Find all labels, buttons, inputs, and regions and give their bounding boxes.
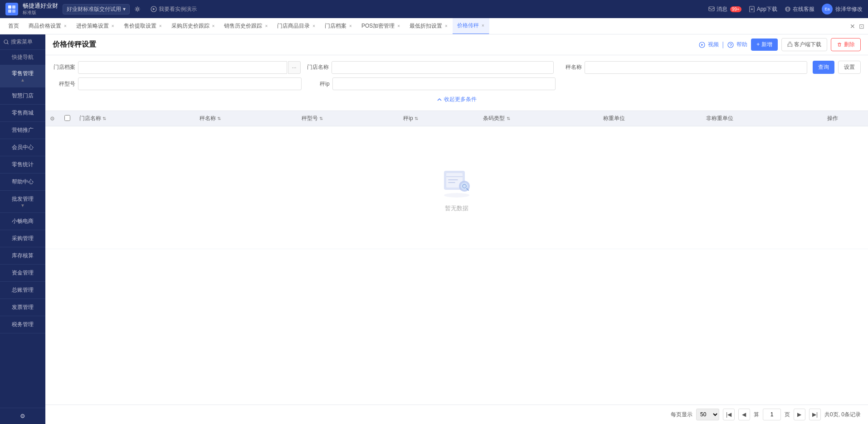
tab-sales-history[interactable]: 销售历史价跟踪 × <box>219 18 273 34</box>
close-icon[interactable]: × <box>397 24 400 29</box>
sidebar-settings-btn[interactable]: ⚙ <box>0 408 45 424</box>
sidebar-quick-nav[interactable]: 快捷导航 <box>0 50 45 65</box>
close-tab-icon[interactable]: ✕ <box>850 23 855 30</box>
select-all-checkbox[interactable] <box>64 115 70 121</box>
footer-bar: 每页显示 10 20 50 100 |◀ ◀ 算 页 ▶ ▶| 共0页, 0条记… <box>45 405 868 424</box>
tab-bar-controls: ✕ ⊡ <box>850 23 864 30</box>
last-page-btn[interactable]: ▶| <box>809 409 821 420</box>
app-download-button[interactable]: App下载 <box>749 5 777 13</box>
per-page-select[interactable]: 10 20 50 100 <box>696 409 719 420</box>
svg-point-9 <box>4 40 8 43</box>
gear-icon: ⚙ <box>20 413 25 419</box>
sort-icon[interactable]: ⇅ <box>102 116 106 121</box>
top-header: 畅捷通好业财 标准版 好业财标准版交付试用 ▾ 我要看实例演示 <box>0 0 868 18</box>
tab-home[interactable]: 首页 <box>4 18 24 34</box>
tab-min-discount[interactable]: 最低折扣设置 × <box>405 18 453 34</box>
demo-button[interactable]: 我要看实例演示 <box>151 5 197 13</box>
settings-form-button[interactable]: 设置 <box>838 61 861 74</box>
close-icon[interactable]: × <box>312 24 315 29</box>
sidebar-item-marketing[interactable]: 营销推广 <box>0 122 45 139</box>
version-selector[interactable]: 好业财标准版交付试用 ▾ <box>63 4 130 14</box>
tab-pos-encryption[interactable]: POS加密管理 × <box>357 18 405 34</box>
first-page-btn[interactable]: |◀ <box>723 409 735 420</box>
tab-purchase-history[interactable]: 采购历史价跟踪 × <box>167 18 220 34</box>
store-name-input[interactable] <box>332 61 554 74</box>
tab-sale-price[interactable]: 售价提取设置 × <box>119 18 167 34</box>
scale-model-input[interactable] <box>78 77 302 90</box>
chevron-up-icon: ▲ <box>20 77 25 82</box>
close-icon[interactable]: × <box>482 23 484 28</box>
scale-model-label: 秤型号 <box>53 80 75 88</box>
th-store-name: 门店名称 ⇅ <box>75 111 195 126</box>
close-icon[interactable]: × <box>112 24 114 29</box>
scale-ip-input[interactable] <box>332 77 556 90</box>
video-link[interactable]: 视频 <box>708 41 719 48</box>
data-table: ⚙ 门店名称 ⇅ 秤名称 ⇅ <box>45 111 868 249</box>
close-icon[interactable]: × <box>212 24 215 29</box>
tab-purchase-strategy[interactable]: 进价策略设置 × <box>72 18 119 34</box>
tab-store-profile[interactable]: 门店档案 × <box>320 18 357 34</box>
close-icon[interactable]: × <box>159 24 162 29</box>
sort-icon[interactable]: ⇅ <box>319 116 323 121</box>
page-label: 算 <box>754 411 759 419</box>
sort-icon[interactable]: ⇅ <box>217 116 221 121</box>
th-settings: ⚙ <box>45 111 60 126</box>
sort-icon[interactable]: ⇅ <box>507 116 510 121</box>
svg-point-12 <box>731 46 731 46</box>
sidebar-item-ecommerce[interactable]: 小畅电商 <box>0 213 45 230</box>
sidebar-item-ledger[interactable]: 总账管理 <box>0 282 45 299</box>
delete-button[interactable]: 删除 <box>831 38 861 51</box>
download-button[interactable]: 凸 客户端下载 <box>781 38 827 51</box>
maximize-tab-icon[interactable]: ⊡ <box>859 23 864 30</box>
online-service-button[interactable]: 在线客服 <box>785 5 814 13</box>
user-menu-button[interactable]: Ea 徐泽华修改 <box>822 4 863 14</box>
svg-point-13 <box>444 193 469 198</box>
prev-page-btn[interactable]: ◀ <box>738 409 750 420</box>
page-number-input[interactable] <box>763 409 781 420</box>
sidebar-item-inventory[interactable]: 库存核算 <box>0 247 45 265</box>
scale-name-input[interactable] <box>585 61 807 74</box>
query-button[interactable]: 查询 <box>813 61 834 74</box>
next-page-btn[interactable]: ▶ <box>794 409 805 420</box>
tab-bar: 首页 商品价格设置 × 进价策略设置 × 售价提取设置 × 采购历史价跟踪 × … <box>0 18 868 34</box>
sidebar-item-purchase[interactable]: 采购管理 <box>0 230 45 247</box>
tab-price-scale[interactable]: 价格传秤 × <box>453 18 489 34</box>
svg-rect-6 <box>709 7 714 11</box>
scale-name-field: 秤名称 <box>559 61 807 74</box>
sidebar-item-retail-mall[interactable]: 零售商城 <box>0 105 45 122</box>
sidebar-item-finance[interactable]: 资金管理 <box>0 265 45 282</box>
settings-icon-btn[interactable] <box>134 6 141 12</box>
sidebar-item-tax[interactable]: 税务管理 <box>0 316 45 333</box>
search-row-2: 秤型号 秤ip <box>53 77 861 90</box>
sidebar-item-smart-store[interactable]: 智慧门店 <box>0 87 45 105</box>
tab-store-catalog[interactable]: 门店商品目录 × <box>273 18 320 34</box>
table-settings-icon[interactable]: ⚙ <box>50 116 55 122</box>
close-icon[interactable]: × <box>349 24 352 29</box>
th-barcode-type: 条码类型 ⇅ <box>478 111 599 126</box>
sidebar-search[interactable]: 搜索菜单 <box>0 34 45 50</box>
message-button[interactable]: 消息 99+ <box>708 5 741 13</box>
tab-commodity-price[interactable]: 商品价格设置 × <box>24 18 72 34</box>
sidebar-item-wholesale[interactable]: 批发管理 ▼ <box>0 191 45 213</box>
svg-point-4 <box>137 8 139 10</box>
store-name-field: 门店名称 <box>306 61 554 74</box>
close-icon[interactable]: × <box>445 24 448 29</box>
app-logo-text: 畅捷通好业财 标准版 <box>23 2 58 16</box>
close-icon[interactable]: × <box>64 24 67 29</box>
close-icon[interactable]: × <box>265 24 268 29</box>
sidebar-item-invoice[interactable]: 发票管理 <box>0 299 45 316</box>
chevron-down-icon: ▼ <box>20 203 25 208</box>
sidebar-item-member[interactable]: 会员中心 <box>0 139 45 156</box>
page-title: 价格传秤设置 <box>53 40 96 49</box>
sidebar-item-retail-stats[interactable]: 零售统计 <box>0 156 45 173</box>
sidebar-item-help[interactable]: 帮助中心 <box>0 173 45 191</box>
sidebar-item-retail[interactable]: 零售管理 ▲ <box>0 65 45 87</box>
empty-state: 暂无数据 <box>45 126 868 249</box>
store-archive-input[interactable] <box>78 61 287 74</box>
help-link[interactable]: 帮助 <box>736 41 747 48</box>
sort-icon[interactable]: ⇅ <box>414 116 418 121</box>
page-help-links: 视频 │ 帮助 <box>699 41 748 48</box>
store-archive-picker-btn[interactable]: ··· <box>288 61 301 74</box>
add-button[interactable]: + 新增 <box>751 39 777 51</box>
collapse-button[interactable]: 收起更多条件 <box>53 94 861 105</box>
